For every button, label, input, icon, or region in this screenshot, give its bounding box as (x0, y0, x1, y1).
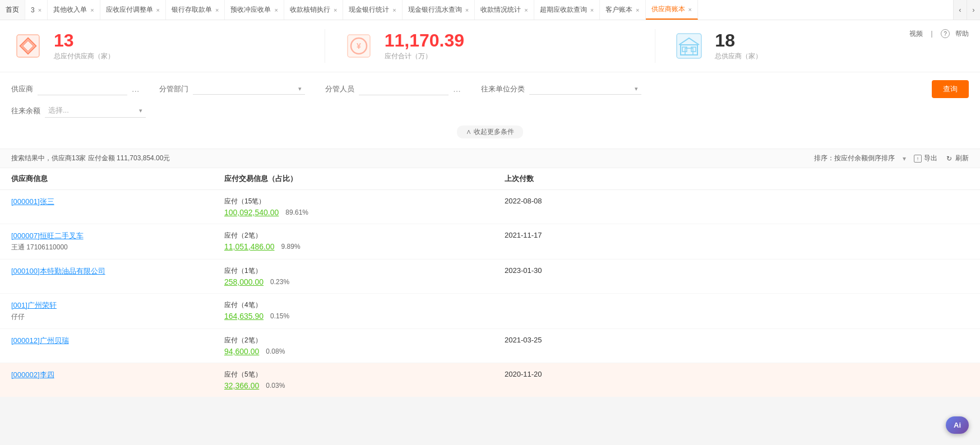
supplier-link-5[interactable]: [000002]李四 (11, 370, 54, 379)
close-icon[interactable]: × (590, 7, 594, 13)
stat-number-total-suppliers: 18 (715, 31, 762, 49)
close-icon[interactable]: × (392, 7, 396, 13)
transaction-info-4: 应付（2笔） 94,600.00 0.08% (224, 336, 505, 356)
nav-tab-cash-flow-label: 现金银行流水查询 (408, 5, 462, 15)
close-icon[interactable]: × (90, 7, 94, 13)
supplier-info-3: [001]广州荣轩 仔仔 (11, 300, 224, 322)
balance-dropdown-arrow: ▾ (139, 107, 142, 114)
trans-percent-2: 0.23% (270, 278, 289, 286)
trans-label-4: 应付（2笔） (224, 336, 505, 345)
stat-card-payable-suppliers: 13 总应付供应商（家） (11, 29, 325, 63)
stat-label-payable-suppliers: 总应付供应商（家） (54, 52, 114, 61)
dept-filter-select[interactable]: ▾ (193, 84, 305, 95)
last-pay-date-2: 2023-01-30 (505, 266, 542, 275)
nav-tab-overdue[interactable]: 超期应收款查询 × (534, 0, 600, 20)
sort-label[interactable]: 排序：按应付余额倒序排序 (814, 154, 895, 163)
nav-tab-adjustment-label: 应收应付调整单 (106, 5, 153, 15)
table-row: [000012]广州贝瑞 应付（2笔） 94,600.00 0.08% 2021… (0, 329, 980, 363)
nav-tab-bank[interactable]: 银行存取款单 × (166, 0, 225, 20)
nav-tab-other-income-label: 其他收入单 (53, 5, 87, 15)
trans-row-2: 258,000.00 0.23% (224, 277, 505, 286)
supplier-link-1[interactable]: [000007]恒旺二手叉车 (11, 231, 84, 240)
nav-tab-supplier-ledger[interactable]: 供应商账本 × (646, 0, 698, 20)
filter-dept: 分管部门 ▾ (159, 84, 305, 95)
close-icon[interactable]: × (334, 7, 337, 13)
supplier-info-4: [000012]广州贝瑞 (11, 336, 224, 346)
stat-info-total-suppliers: 18 总供应商（家） (715, 31, 762, 61)
nav-tab-prepay[interactable]: 预收冲应收单 × (225, 0, 284, 20)
close-icon[interactable]: × (465, 7, 469, 13)
close-icon[interactable]: × (215, 7, 219, 13)
close-icon[interactable]: × (636, 7, 639, 13)
nav-tab-other-income[interactable]: 其他收入单 × (48, 0, 100, 20)
col-header-supplier: 供应商信息 (11, 174, 224, 184)
person-filter-input[interactable] (359, 83, 449, 95)
search-button[interactable]: 查询 (932, 80, 969, 98)
supplier-table: 供应商信息 应付交易信息（占比） 上次付数 [000001]张三 应付（15笔）… (0, 168, 980, 397)
last-pay-date-0: 2022-08-08 (505, 197, 542, 205)
nav-tab-supplier-ledger-label: 供应商账本 (651, 4, 685, 14)
collapse-filter-btn: ∧ 收起更多条件 (11, 123, 969, 143)
nav-home[interactable]: 首页 (0, 0, 25, 20)
last-pay-1: 2021-11-17 (505, 231, 969, 239)
filter-row-1: 供应商 ... 分管部门 ▾ 分管人员 ... 往来单位分类 ▾ (11, 80, 969, 98)
supplier-info-5: [000002]李四 (11, 370, 224, 380)
trans-percent-5: 0.03% (266, 382, 285, 390)
category-filter-select[interactable]: ▾ (529, 84, 641, 95)
trans-amount-3[interactable]: 164,635.90 (224, 312, 264, 321)
nav-tab-bank-label: 银行存取款单 (172, 5, 212, 15)
filter-supplier: 供应商 ... (11, 83, 139, 95)
nav-tab-cash-flow[interactable]: 现金银行流水查询 × (403, 0, 475, 20)
close-icon[interactable]: × (274, 7, 278, 13)
trans-label-3: 应付（4笔） (224, 300, 505, 310)
nav-tab-3[interactable]: 3 × (25, 0, 48, 20)
nav-tab-receipt-stats-label: 收款情况统计 (480, 5, 521, 15)
nav-tab-receipt-stats[interactable]: 收款情况统计 × (475, 0, 534, 20)
close-icon[interactable]: × (156, 7, 160, 13)
supplier-link-4[interactable]: [000012]广州贝瑞 (11, 336, 69, 345)
last-pay-2: 2023-01-30 (505, 266, 969, 275)
stat-icon-coin: ¥ (342, 29, 376, 63)
nav-tab-collection[interactable]: 收款核销执行 × (284, 0, 343, 20)
nav-tab-customer-ledger[interactable]: 客户账本 × (600, 0, 645, 20)
table-row: [000002]李四 应付（5笔） 32,366.00 0.03% 2020-1… (0, 363, 980, 397)
help-link[interactable]: 帮助 (955, 29, 969, 39)
sep: ｜ (928, 29, 935, 39)
stat-info-payable-suppliers: 13 总应付供应商（家） (54, 31, 114, 61)
close-icon[interactable]: × (688, 6, 692, 13)
dept-dropdown-arrow: ▾ (298, 85, 302, 92)
close-icon[interactable]: × (38, 7, 41, 13)
last-pay-5: 2020-11-20 (505, 370, 969, 378)
category-dropdown-arrow: ▾ (635, 85, 638, 92)
supplier-link-0[interactable]: [000001]张三 (11, 197, 54, 206)
balance-filter-select[interactable]: 选择... ▾ (45, 104, 146, 118)
nav-next-arrow[interactable]: › (967, 0, 980, 20)
nav-tab-overdue-label: 超期应收款查询 (540, 5, 587, 15)
nav-tab-adjustment[interactable]: 应收应付调整单 × (100, 0, 166, 20)
supplier-link-3[interactable]: [001]广州荣轩 (11, 301, 57, 309)
trans-row-4: 94,600.00 0.08% (224, 347, 505, 356)
close-icon[interactable]: × (524, 7, 528, 13)
supplier-filter-dots[interactable]: ... (132, 84, 139, 94)
trans-amount-5[interactable]: 32,366.00 (224, 381, 259, 390)
supplier-filter-input[interactable] (38, 83, 127, 95)
trans-amount-1[interactable]: 11,051,486.00 (224, 242, 275, 251)
supplier-link-2[interactable]: [000100]本特勤油品有限公司 (11, 267, 105, 275)
trans-amount-4[interactable]: 94,600.00 (224, 347, 259, 356)
last-pay-date-4: 2021-03-25 (505, 336, 542, 344)
nav-prev-arrow[interactable]: ‹ (953, 0, 967, 20)
collapse-filter-label[interactable]: ∧ 收起更多条件 (457, 126, 523, 138)
last-pay-date-1: 2021-11-17 (505, 231, 542, 239)
nav-tab-cash-stats[interactable]: 现金银行统计 × (343, 0, 402, 20)
video-link[interactable]: 视频 (909, 29, 923, 39)
export-btn[interactable]: ↑ 导出 (914, 154, 937, 163)
person-filter-dots[interactable]: ... (453, 84, 460, 94)
filter-person: 分管人员 ... (325, 83, 460, 95)
table-row: [001]广州荣轩 仔仔 应付（4笔） 164,635.90 0.15% (0, 294, 980, 329)
trans-amount-0[interactable]: 100,092,540.00 (224, 208, 279, 217)
nav-tab-cash-stats-label: 现金银行统计 (349, 5, 389, 15)
trans-amount-2[interactable]: 258,000.00 (224, 277, 264, 286)
refresh-btn[interactable]: ↻ 刷新 (945, 154, 969, 163)
category-filter-label: 往来单位分类 (481, 84, 525, 94)
transaction-info-2: 应付（1笔） 258,000.00 0.23% (224, 266, 505, 286)
